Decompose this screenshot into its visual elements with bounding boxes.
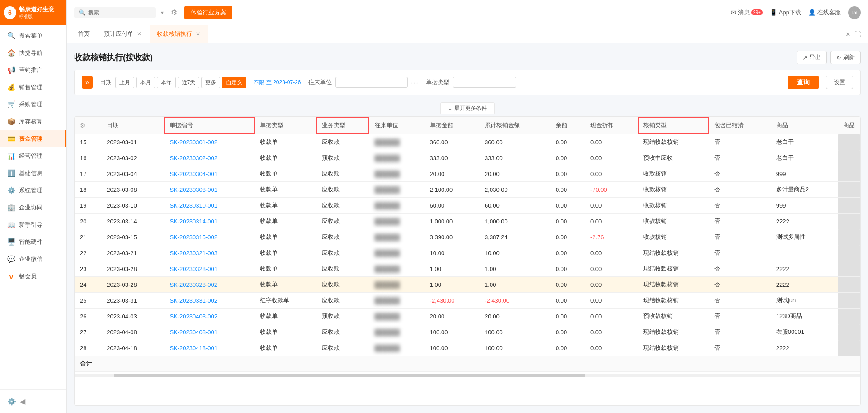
cell-type: 收款单 [255, 198, 316, 214]
cell-code[interactable]: SK-20230315-002 [164, 229, 254, 245]
doc-link[interactable]: SK-20230321-003 [170, 250, 217, 256]
col-settings[interactable]: ⚙ [75, 117, 101, 134]
footer-goods2 [838, 356, 860, 372]
query-button[interactable]: 查询 [788, 76, 819, 89]
sidebar-item-inventory[interactable]: 📦 库存核算 [0, 113, 66, 130]
cell-type: 收款单 [255, 245, 316, 261]
settings-bottom-icon[interactable]: ⚙️ [7, 397, 16, 406]
cell-code[interactable]: SK-20230418-001 [164, 340, 254, 356]
doc-link[interactable]: SK-20230328-001 [170, 266, 217, 272]
topbar-msg[interactable]: ✉ 消息 99+ [731, 9, 763, 17]
doc-link[interactable]: SK-20230328-002 [170, 281, 217, 288]
sidebar-item-marketing[interactable]: 📢 营销推广 [0, 62, 66, 79]
sales-icon: 💰 [7, 83, 15, 91]
topbar-app[interactable]: 📱 App下载 [770, 9, 801, 17]
cell-goods2 [838, 293, 860, 309]
sidebar-item-operation[interactable]: 📊 经营管理 [0, 147, 66, 165]
topbar-search-box[interactable]: 🔍 [74, 7, 156, 18]
cell-seq: 16 [75, 150, 101, 166]
cell-code[interactable]: SK-20230302-002 [164, 150, 254, 166]
filter-date-last-month[interactable]: 上月 [115, 77, 134, 88]
filter-date-7days[interactable]: 近7天 [178, 77, 200, 88]
avatar[interactable]: Rit [848, 6, 861, 19]
doc-link[interactable]: SK-20230301-002 [170, 139, 217, 146]
doc-link[interactable]: SK-20230304-001 [170, 171, 217, 177]
filter-toggle-btn[interactable]: » [82, 76, 93, 89]
cell-code[interactable]: SK-20230304-001 [164, 166, 254, 182]
cell-discount: -2.76 [585, 229, 638, 245]
cell-settled: 否 [709, 309, 771, 324]
doc-link[interactable]: SK-20230331-002 [170, 297, 217, 304]
horizontal-scrollbar[interactable] [75, 374, 860, 377]
cell-code[interactable]: SK-20230408-001 [164, 324, 254, 340]
sidebar-item-guide[interactable]: 📖 新手引导 [0, 216, 66, 233]
cell-code[interactable]: SK-20230301-002 [164, 134, 254, 150]
cell-code[interactable]: SK-20230328-001 [164, 261, 254, 277]
expand-conditions-btn[interactable]: ⌄ 展开更多条件 [440, 102, 495, 114]
cell-code[interactable]: SK-20230328-002 [164, 277, 254, 293]
cell-goods2 [838, 214, 860, 229]
topbar-search-input[interactable] [88, 9, 142, 16]
window-expand-icon[interactable]: ⛶ [854, 31, 861, 38]
cell-seq: 19 [75, 198, 101, 214]
window-close-icon[interactable]: ✕ [845, 31, 851, 38]
sidebar-item-search[interactable]: 🔍 搜索菜单 [0, 27, 66, 44]
footer-discount [585, 356, 638, 372]
cell-code[interactable]: SK-20230403-002 [164, 309, 254, 324]
filter-date-this-month[interactable]: 本月 [136, 77, 155, 88]
topbar-gear-icon[interactable]: ⚙ [169, 6, 179, 19]
cell-code[interactable]: SK-20230308-001 [164, 182, 254, 198]
sidebar-item-basic[interactable]: ℹ️ 基础信息 [0, 165, 66, 182]
cell-verifytype: 收款核销 [638, 182, 709, 198]
cell-customer: ██████ [369, 309, 425, 324]
tab-receipt[interactable]: 收款核销执行 ✕ [150, 25, 208, 43]
collapse-icon[interactable]: ◀ [20, 397, 25, 406]
export-button[interactable]: ↗ 导出 [797, 51, 827, 64]
tab-prepay-close[interactable]: ✕ [136, 30, 142, 38]
tab-prepay[interactable]: 预计应付单 ✕ [97, 25, 150, 43]
cell-discount: -70.00 [585, 182, 638, 198]
scrollbar-thumb[interactable] [114, 374, 585, 377]
cell-type: 收款单 [255, 214, 316, 229]
table-row: 282023-04-18SK-20230418-001收款单应收款██████1… [75, 340, 860, 356]
doc-link[interactable]: SK-20230310-001 [170, 202, 217, 209]
col-biztype: 业务类型 [316, 117, 369, 134]
cell-customer: ██████ [369, 261, 425, 277]
cell-code[interactable]: SK-20230331-002 [164, 293, 254, 309]
sidebar-item-quicknav[interactable]: 🏠 快捷导航 [0, 44, 66, 62]
filter-date-this-year[interactable]: 本年 [157, 77, 176, 88]
sidebar-item-finance[interactable]: 💳 资金管理 [0, 130, 66, 147]
col-balance: 余额 [550, 117, 585, 134]
doc-link[interactable]: SK-20230408-001 [170, 329, 217, 336]
filter-customer-input[interactable] [335, 77, 408, 88]
sidebar-item-member[interactable]: V 畅会员 [0, 268, 66, 285]
industry-btn[interactable]: 体验行业方案 [184, 6, 232, 19]
sidebar-item-sales[interactable]: 💰 销售管理 [0, 79, 66, 96]
doc-link[interactable]: SK-20230308-001 [170, 186, 217, 193]
cell-code[interactable]: SK-20230310-001 [164, 198, 254, 214]
sidebar-item-purchase[interactable]: 🛒 采购管理 [0, 96, 66, 113]
cell-verifytype: 收款核销 [638, 214, 709, 229]
doc-link[interactable]: SK-20230315-002 [170, 234, 217, 241]
cell-customer: ██████ [369, 134, 425, 150]
tab-home[interactable]: 首页 [71, 25, 97, 43]
cell-code[interactable]: SK-20230321-003 [164, 245, 254, 261]
filter-date-custom[interactable]: 自定义 [222, 77, 246, 88]
cell-settled: 否 [709, 182, 771, 198]
doc-link[interactable]: SK-20230418-001 [170, 345, 217, 351]
sidebar-item-corp[interactable]: 🏢 企业协同 [0, 199, 66, 216]
filter-receipt-type-select[interactable] [453, 77, 516, 88]
tab-receipt-close[interactable]: ✕ [195, 30, 201, 38]
doc-link[interactable]: SK-20230403-002 [170, 313, 217, 320]
sidebar-item-system[interactable]: ⚙️ 系统管理 [0, 182, 66, 199]
sidebar-item-hardware[interactable]: 🖥️ 智能硬件 [0, 233, 66, 251]
filter-date-more[interactable]: 更多 [201, 77, 220, 88]
topbar-service[interactable]: 👤 在线客服 [808, 9, 841, 17]
table-settings-button[interactable]: 设置 [826, 76, 853, 89]
refresh-button[interactable]: ↻ 刷新 [830, 51, 861, 64]
cell-goods: 2222 [771, 261, 838, 277]
cell-code[interactable]: SK-20230314-001 [164, 214, 254, 229]
doc-link[interactable]: SK-20230302-002 [170, 155, 217, 161]
doc-link[interactable]: SK-20230314-001 [170, 218, 217, 225]
sidebar-item-wechat[interactable]: 💬 企业微信 [0, 251, 66, 268]
